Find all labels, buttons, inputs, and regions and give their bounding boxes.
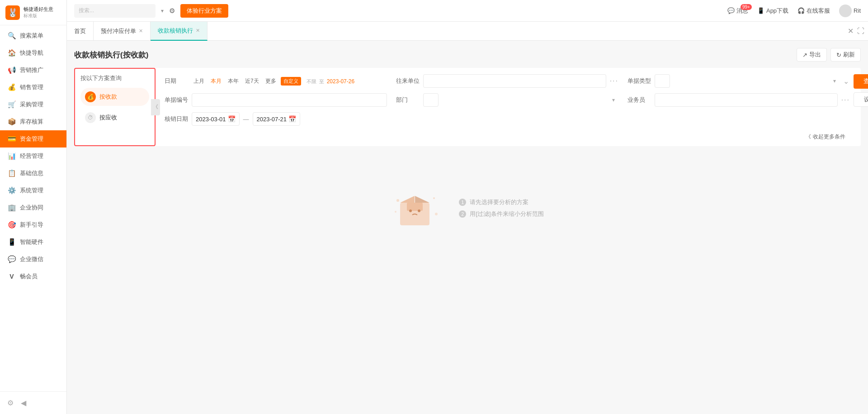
filter-right-panel: 日期 上月 本月 本年 近7天 更多 自定义 不限 至 2023-07-26	[156, 68, 861, 146]
export-icon: ↗	[802, 52, 807, 58]
hint-text-1: 请先选择要分析的方案	[470, 198, 528, 206]
app-download-label: App下载	[766, 7, 788, 15]
dept-select[interactable]	[423, 93, 439, 107]
megaphone-icon: 📢	[7, 66, 16, 74]
sidebar-item-management[interactable]: 📊 经营管理	[0, 148, 66, 165]
salesperson-input[interactable]	[655, 93, 838, 107]
settings-bottom-icon[interactable]: ⚙	[7, 399, 14, 407]
logo-icon: 🐰	[5, 5, 20, 20]
sidebar-item-label: 资金管理	[20, 135, 43, 143]
date-last-month-btn[interactable]: 上月	[192, 76, 206, 86]
verification-date-start-input[interactable]: 2023-03-01 📅	[192, 112, 240, 126]
counterparty-dots-icon[interactable]: ···	[610, 77, 618, 85]
svg-point-4	[409, 209, 412, 212]
doctype-dots-icon[interactable]: ⌄	[843, 77, 850, 86]
target-icon: 🎯	[7, 221, 16, 229]
doctype-select[interactable]	[655, 74, 670, 88]
refresh-icon: ↻	[836, 52, 841, 58]
user-name: Rit	[854, 7, 861, 14]
sidebar-item-marketing[interactable]: 📢 营销推广	[0, 62, 66, 79]
date-custom-badge[interactable]: 自定义	[281, 77, 301, 86]
verification-date-end-input[interactable]: 2023-07-21 📅	[253, 112, 301, 126]
cart-icon: 🛒	[7, 100, 16, 109]
tab-home[interactable]: 首页	[67, 22, 94, 41]
online-service-button[interactable]: 🎧 在线客服	[797, 7, 830, 15]
setting-button[interactable]: 设置	[854, 92, 868, 107]
gear-icon: ⚙️	[7, 186, 16, 195]
sidebar-item-purchase[interactable]: 🛒 采购管理	[0, 96, 66, 113]
date-this-year-btn[interactable]: 本年	[226, 76, 241, 86]
topbar: 搜索... ▾ ⚙ 体验行业方案 💬 消息 99+ 📱 App下载 🎧 在线客服…	[67, 0, 868, 22]
collapse-row: 《 收起更多条件	[165, 131, 850, 143]
docno-filter-cell: 单据编号	[165, 93, 387, 107]
sidebar-item-sales[interactable]: 💰 销售管理	[0, 79, 66, 96]
card-icon: 💳	[7, 135, 16, 143]
svg-point-7	[433, 197, 435, 199]
tab-receipt-label: 收款核销执行	[158, 27, 193, 35]
user-info[interactable]: Rit	[839, 5, 861, 17]
tab-expand-icon[interactable]: ⛶	[857, 27, 864, 35]
sidebar-item-label: 搜索菜单	[20, 32, 43, 40]
query-button[interactable]: 查询	[854, 74, 868, 89]
tab-prepay[interactable]: 预付冲应付单 ✕	[94, 22, 151, 41]
tab-receipt-close-icon[interactable]: ✕	[196, 28, 200, 33]
sidebar-item-hardware[interactable]: 📱 智能硬件	[0, 233, 66, 251]
filter-panel-collapse-btn[interactable]: 《	[151, 99, 160, 115]
filter-by-receivable-label: 按应收	[99, 114, 117, 122]
refresh-button[interactable]: ↻ 刷新	[830, 48, 861, 62]
date-no-limit-label: 不限	[307, 78, 316, 85]
svg-point-9	[435, 213, 438, 215]
docno-input[interactable]	[192, 93, 387, 107]
money-icon: 💰	[7, 83, 16, 91]
tab-prepay-close-icon[interactable]: ✕	[139, 28, 143, 34]
date-filter-cell: 日期 上月 本月 本年 近7天 更多 自定义 不限 至 2023-07-26	[165, 76, 387, 86]
date-this-month-btn[interactable]: 本月	[209, 76, 223, 86]
sidebar-item-enterprise[interactable]: 🏢 企业协同	[0, 199, 66, 216]
counterparty-input[interactable]	[423, 74, 606, 88]
sidebar-item-guide[interactable]: 🎯 新手引导	[0, 216, 66, 233]
salesperson-label: 业务员	[627, 96, 651, 104]
export-button[interactable]: ↗ 导出	[797, 48, 827, 62]
sidebar-item-vip[interactable]: V 畅会员	[0, 268, 66, 285]
page-title: 收款核销执行(按收款)	[74, 50, 148, 60]
tab-close-all-icon[interactable]: ✕	[848, 27, 854, 35]
sidebar-item-label: 企业微信	[20, 255, 43, 263]
app-download-button[interactable]: 📱 App下载	[757, 7, 788, 15]
sidebar-item-label: 基础信息	[20, 169, 43, 177]
topbar-chevron-icon[interactable]: ▾	[161, 8, 164, 14]
device-icon: 📱	[7, 238, 16, 246]
home-icon: 🏠	[7, 49, 16, 57]
sidebar-item-wechat[interactable]: 💬 企业微信	[0, 251, 66, 268]
topbar-gear-icon[interactable]: ⚙	[169, 7, 175, 15]
topbar-search-box[interactable]: 搜索...	[74, 4, 156, 18]
calendar-end-icon: 📅	[288, 115, 296, 123]
sidebar-item-basic-info[interactable]: 📋 基础信息	[0, 165, 66, 182]
box-icon: 📦	[7, 118, 16, 126]
date-label: 日期	[165, 77, 188, 85]
filter-by-receipt-option[interactable]: 💰 按收款	[80, 88, 149, 106]
sidebar-item-inventory[interactable]: 📦 库存核算	[0, 113, 66, 130]
empty-content: 1 请先选择要分析的方案 2 用[过滤]条件来缩小分析范围	[391, 182, 543, 233]
mobile-icon: 📱	[757, 7, 764, 14]
date-more-btn[interactable]: 更多	[264, 76, 278, 86]
collapse-label: 收起更多条件	[813, 133, 845, 141]
sidebar-item-system[interactable]: ⚙️ 系统管理	[0, 182, 66, 199]
sidebar-item-label: 智能硬件	[20, 238, 43, 246]
doctype-label: 单据类型	[627, 77, 651, 85]
search-placeholder: 搜索...	[79, 7, 94, 14]
tab-receipt[interactable]: 收款核销执行 ✕	[151, 22, 208, 41]
date-7days-btn[interactable]: 近7天	[243, 76, 261, 86]
sidebar-nav: 🔍 搜索菜单 🏠 快捷导航 📢 营销推广 💰 销售管理 🛒 采购管理 📦 库存核…	[0, 25, 66, 391]
collapse-sidebar-icon[interactable]: ◀	[21, 399, 26, 407]
doctype-filter-cell: 单据类型 ⌄ 查询 设置	[627, 74, 850, 88]
solution-button[interactable]: 体验行业方案	[180, 4, 228, 18]
sidebar-item-finance[interactable]: 💳 资金管理	[0, 130, 66, 148]
sidebar-item-quick-nav[interactable]: 🏠 快捷导航	[0, 44, 66, 62]
sidebar-item-search[interactable]: 🔍 搜索菜单	[0, 27, 66, 44]
filter-by-receivable-option[interactable]: ⏱ 按应收	[80, 109, 149, 127]
svg-rect-3	[407, 203, 423, 211]
message-button[interactable]: 💬 消息 99+	[727, 7, 748, 15]
salesperson-dots-icon[interactable]: ···	[841, 96, 850, 104]
collapse-more-conditions-btn[interactable]: 《 收起更多条件	[801, 131, 850, 143]
empty-illustration	[391, 182, 441, 233]
